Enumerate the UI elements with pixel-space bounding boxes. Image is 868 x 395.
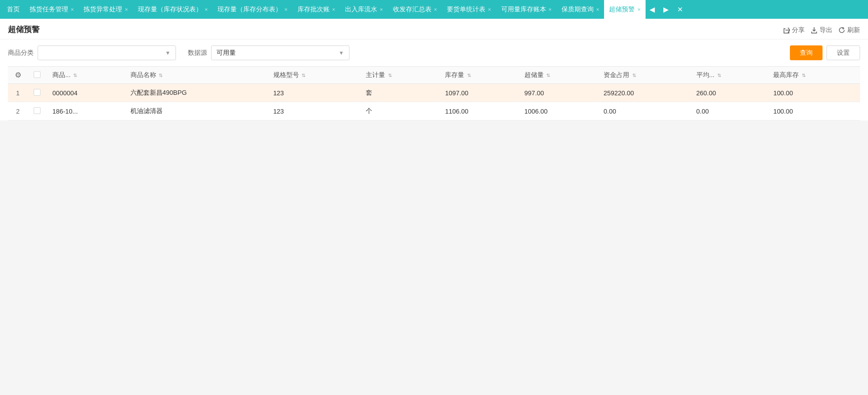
- page-header: 超储预警 分享 导出 刷新: [0, 19, 868, 40]
- close-icon-8[interactable]: ×: [488, 6, 491, 12]
- topbar-item-10[interactable]: 保质期查询 ×: [557, 0, 604, 19]
- th-settings[interactable]: ⚙: [8, 67, 28, 84]
- row-capital: 0.00: [598, 102, 691, 120]
- close-icon-3[interactable]: ×: [205, 6, 208, 12]
- sort-icon-spec: ⇅: [302, 73, 305, 78]
- topbar-item-6[interactable]: 出入库流水 ×: [340, 0, 388, 19]
- table-container: ⚙ 商品... ⇅ 商品名称 ⇅ 规格型号 ⇅: [0, 66, 868, 120]
- row-name: 六配套新昌490BPG: [125, 84, 267, 102]
- close-icon-5[interactable]: ×: [332, 6, 335, 12]
- row-checkbox-cell[interactable]: [28, 84, 46, 102]
- sort-icon-capital: ⇅: [632, 73, 636, 78]
- close-icon-11[interactable]: ×: [637, 6, 640, 12]
- sort-icon-overstock: ⇅: [546, 73, 550, 78]
- share-button[interactable]: 分享: [783, 26, 805, 35]
- row-avg: 260.00: [691, 84, 768, 102]
- close-icon-4[interactable]: ×: [284, 6, 287, 12]
- topbar-home[interactable]: 首页: [2, 0, 25, 19]
- close-icon-7[interactable]: ×: [434, 6, 437, 12]
- th-code[interactable]: 商品... ⇅: [46, 67, 125, 84]
- table-header: ⚙ 商品... ⇅ 商品名称 ⇅ 规格型号 ⇅: [8, 67, 860, 84]
- close-icon-2[interactable]: ×: [125, 6, 128, 12]
- export-button[interactable]: 导出: [811, 26, 832, 35]
- row-max-stock: 100.00: [767, 84, 860, 102]
- row-checkbox[interactable]: [34, 107, 41, 114]
- topbar-item-5[interactable]: 库存批次账 ×: [293, 0, 340, 19]
- product-category-filter: 商品分类 ▼: [8, 45, 176, 60]
- refresh-button[interactable]: 刷新: [838, 26, 860, 35]
- close-icon-6[interactable]: ×: [380, 6, 383, 12]
- sort-icon-max-stock: ⇅: [802, 73, 806, 78]
- th-spec[interactable]: 规格型号 ⇅: [267, 67, 360, 84]
- row-unit: 套: [360, 84, 439, 102]
- th-name[interactable]: 商品名称 ⇅: [125, 67, 267, 84]
- filter-bar: 商品分类 ▼ 数据源 可用量 ▼ 查询 设置: [0, 40, 868, 66]
- sort-icon-stock: ⇅: [467, 73, 471, 78]
- row-capital: 259220.00: [598, 84, 691, 102]
- settings-button[interactable]: 设置: [826, 45, 860, 60]
- topbar-next-btn[interactable]: ▶: [659, 0, 673, 19]
- th-checkbox[interactable]: [28, 67, 46, 84]
- row-spec: 123: [267, 84, 360, 102]
- topbar-item-4[interactable]: 现存量（库存分布表） ×: [213, 0, 292, 19]
- row-checkbox-cell[interactable]: [28, 102, 46, 120]
- product-category-label: 商品分类: [8, 48, 34, 57]
- topbar-item-1[interactable]: 拣货任务管理 ×: [25, 0, 79, 19]
- page-content: 超储预警 分享 导出 刷新: [0, 19, 868, 120]
- data-table: ⚙ 商品... ⇅ 商品名称 ⇅ 规格型号 ⇅: [8, 66, 860, 120]
- topbar-item-7[interactable]: 收发存汇总表 ×: [388, 0, 442, 19]
- chevron-down-icon: ▼: [165, 50, 171, 56]
- topbar-item-2[interactable]: 拣货异常处理 ×: [79, 0, 132, 19]
- topbar-item-3[interactable]: 现存量（库存状况表） ×: [133, 0, 213, 19]
- row-name: 机油滤清器: [125, 102, 267, 120]
- row-index: 1: [8, 84, 28, 102]
- topbar-close-btn[interactable]: ✕: [673, 0, 687, 19]
- row-stock: 1097.00: [439, 84, 518, 102]
- header-checkbox[interactable]: [34, 71, 41, 78]
- data-source-value: 可用量: [217, 48, 236, 57]
- row-code: 0000004: [46, 84, 125, 102]
- row-unit: 个: [360, 102, 439, 120]
- topbar-item-11-active[interactable]: 超储预警 ×: [604, 0, 645, 19]
- row-code: 186-10...: [46, 102, 125, 120]
- th-avg[interactable]: 平均... ⇅: [691, 67, 768, 84]
- sort-icon-name: ⇅: [159, 73, 163, 78]
- th-stock[interactable]: 库存量 ⇅: [439, 67, 518, 84]
- row-avg: 0.00: [691, 102, 768, 120]
- refresh-icon: [838, 27, 845, 34]
- row-max-stock: 100.00: [767, 102, 860, 120]
- data-source-chevron-icon: ▼: [339, 50, 344, 56]
- topbar-item-8[interactable]: 要货单统计表 ×: [442, 0, 496, 19]
- row-checkbox[interactable]: [34, 89, 41, 96]
- sort-icon-unit: ⇅: [388, 73, 392, 78]
- share-icon: [783, 27, 790, 34]
- row-spec: 123: [267, 102, 360, 120]
- row-overstock: 1006.00: [519, 102, 598, 120]
- close-icon-9[interactable]: ×: [549, 6, 552, 12]
- th-capital[interactable]: 资金占用 ⇅: [598, 67, 691, 84]
- th-unit[interactable]: 主计量 ⇅: [360, 67, 439, 84]
- sort-icon-avg: ⇅: [717, 73, 721, 78]
- close-icon-10[interactable]: ×: [596, 6, 599, 12]
- export-icon: [811, 27, 818, 34]
- close-icon-1[interactable]: ×: [71, 6, 74, 12]
- data-source-label: 数据源: [188, 48, 207, 57]
- query-button[interactable]: 查询: [790, 45, 823, 60]
- row-index: 2: [8, 102, 28, 120]
- data-source-select[interactable]: 可用量 ▼: [211, 45, 349, 60]
- product-category-select[interactable]: ▼: [38, 45, 176, 60]
- th-overstock[interactable]: 超储量 ⇅: [519, 67, 598, 84]
- table-body: 1 0000004 六配套新昌490BPG 123 套 1097.00 997.…: [8, 84, 860, 120]
- filter-actions: 查询 设置: [790, 45, 860, 60]
- row-overstock: 997.00: [519, 84, 598, 102]
- table-row: 2 186-10... 机油滤清器 123 个 1106.00 1006.00 …: [8, 102, 860, 120]
- data-source-filter: 数据源 可用量 ▼: [188, 45, 349, 60]
- header-actions: 分享 导出 刷新: [783, 26, 860, 35]
- th-max-stock[interactable]: 最高库存 ⇅: [767, 67, 860, 84]
- topbar: 首页 拣货任务管理 × 拣货异常处理 × 现存量（库存状况表） × 现存量（库存…: [0, 0, 868, 19]
- topbar-prev-btn[interactable]: ◀: [646, 0, 659, 19]
- table-row: 1 0000004 六配套新昌490BPG 123 套 1097.00 997.…: [8, 84, 860, 102]
- gear-icon[interactable]: ⚙: [15, 71, 21, 79]
- page-title: 超储预警: [8, 25, 40, 35]
- topbar-item-9[interactable]: 可用量库存账本 ×: [496, 0, 557, 19]
